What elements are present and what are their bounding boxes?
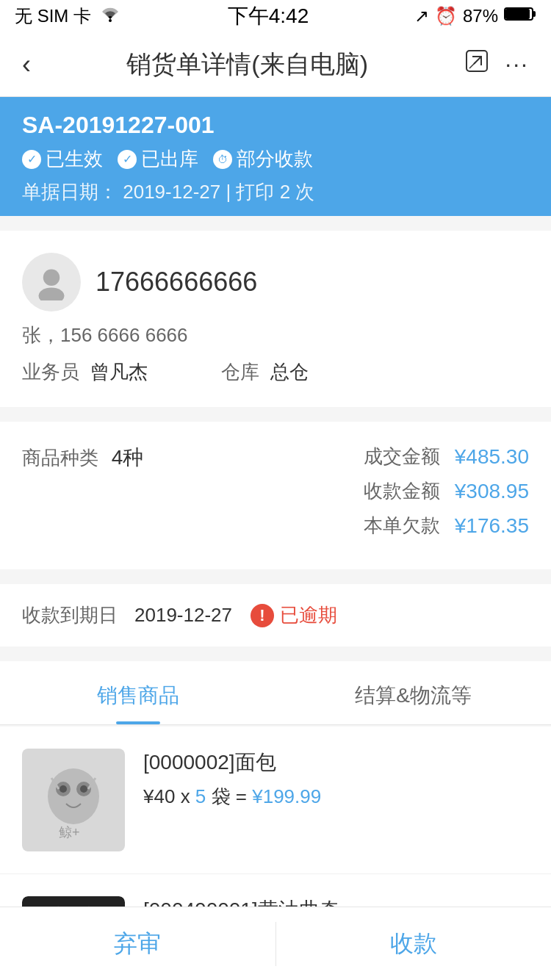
product-qty-1: 5 <box>195 785 206 807</box>
customer-name-phone: 张，156 6666 6666 <box>22 323 529 348</box>
confirm-button[interactable]: 收款 <box>276 907 552 980</box>
tab-products[interactable]: 销售商品 <box>0 661 276 724</box>
more-icon[interactable]: ··· <box>505 51 529 78</box>
received-label: 收款金额 <box>364 478 440 504</box>
product-item: 鲸+ [0000002]面包 ¥40 x 5 袋 = ¥199.99 <box>0 727 551 874</box>
arrears-row: 本单欠款 ¥176.35 <box>364 513 529 538</box>
svg-rect-2 <box>533 11 536 17</box>
bottom-bar: 弃审 收款 <box>0 907 551 980</box>
overdue-icon: ! <box>251 604 274 627</box>
tab-settlement[interactable]: 结算&物流等 <box>276 661 551 724</box>
warehouse-value: 总仓 <box>270 361 309 383</box>
customer-meta: 业务员 曾凡杰 仓库 总仓 <box>22 359 529 385</box>
share-icon[interactable] <box>464 48 490 81</box>
header-banner: SA-20191227-001 ✓ 已生效 ✓ 已出库 ⏱ 部分收款 单据日期：… <box>0 97 551 216</box>
order-id: SA-20191227-001 <box>22 112 529 139</box>
tabs-section: 销售商品 结算&物流等 <box>0 661 551 725</box>
svg-text:鲸+: 鲸+ <box>59 825 80 840</box>
due-date-section: 收款到期日 2019-12-27 ! 已逾期 <box>0 584 551 646</box>
product-info-1: [0000002]面包 ¥40 x 5 袋 = ¥199.99 <box>143 749 529 810</box>
amount-label: 成交金额 <box>364 444 440 469</box>
back-button[interactable]: ‹ <box>22 49 31 80</box>
nav-bar: ‹ 销货单详情(来自电脑) ··· <box>0 32 551 97</box>
status-bar: 无 SIM 卡 下午4:42 ↗ ⏰ 87% <box>0 0 551 32</box>
status-left: 无 SIM 卡 <box>15 4 122 28</box>
page-title: 销货单详情(来自电脑) <box>126 48 368 82</box>
check-icon-active: ✓ <box>22 150 41 169</box>
avatar <box>22 253 81 311</box>
alarm-icon: ⏰ <box>435 6 457 26</box>
svg-point-5 <box>43 270 60 287</box>
warehouse-label: 仓库 <box>221 361 259 383</box>
check-icon-shipped: ✓ <box>118 150 137 169</box>
overdue-badge: ! 已逾期 <box>251 602 337 628</box>
nav-actions: ··· <box>464 48 529 81</box>
warehouse-info: 仓库 总仓 <box>221 359 309 385</box>
product-type-label: 商品种类 <box>22 447 98 469</box>
status-tag-partial: ⏱ 部分收款 <box>213 146 313 172</box>
clock-icon: ⏱ <box>213 150 232 169</box>
salesman-info: 业务员 曾凡杰 <box>22 359 148 385</box>
received-value: ¥308.95 <box>455 480 529 503</box>
svg-point-6 <box>39 288 65 301</box>
summary-right: 成交金额 ¥485.30 收款金额 ¥308.95 本单欠款 ¥176.35 <box>364 444 529 547</box>
product-total-1: ¥199.99 <box>252 785 321 807</box>
customer-section: 17666666666 张，156 6666 6666 业务员 曾凡杰 仓库 总… <box>0 231 551 407</box>
product-name-1: [0000002]面包 <box>143 749 529 777</box>
arrears-value: ¥176.35 <box>455 514 529 538</box>
svg-rect-3 <box>505 9 530 19</box>
product-price-1: ¥40 x 5 袋 = ¥199.99 <box>143 784 529 810</box>
arrears-label: 本单欠款 <box>364 513 440 538</box>
cancel-button[interactable]: 弃审 <box>0 907 276 980</box>
overdue-text: 已逾期 <box>280 602 337 628</box>
no-sim-label: 无 SIM 卡 <box>15 4 91 28</box>
status-right: ↗ ⏰ 87% <box>414 6 536 26</box>
summary-section: 商品种类 4种 成交金额 ¥485.30 收款金额 ¥308.95 本单欠款 ¥… <box>0 422 551 569</box>
customer-phone: 17666666666 <box>96 267 257 298</box>
summary-left: 商品种类 4种 <box>22 444 143 472</box>
due-label: 收款到期日 <box>22 602 118 628</box>
header-date: 单据日期： 2019-12-27 | 打印 2 次 <box>22 179 529 205</box>
status-tag-shipped: ✓ 已出库 <box>118 146 198 172</box>
salesman-label: 业务员 <box>22 361 79 383</box>
product-type-value: 4种 <box>112 446 144 469</box>
amount-value: ¥485.30 <box>455 445 529 469</box>
svg-point-11 <box>60 785 67 793</box>
wifi-icon <box>98 6 122 26</box>
received-row: 收款金额 ¥308.95 <box>364 478 529 504</box>
svg-point-0 <box>109 19 112 22</box>
product-thumb-1: 鲸+ <box>22 749 125 851</box>
battery-icon <box>504 6 536 26</box>
status-tag-active: ✓ 已生效 <box>22 146 103 172</box>
tabs-row: 销售商品 结算&物流等 <box>0 661 551 724</box>
battery-level: 87% <box>463 6 498 26</box>
location-icon: ↗ <box>414 6 429 26</box>
svg-point-8 <box>48 768 99 824</box>
header-tags: ✓ 已生效 ✓ 已出库 ⏱ 部分收款 <box>22 146 529 172</box>
amount-row: 成交金额 ¥485.30 <box>364 444 529 469</box>
due-date-value: 2019-12-27 <box>134 604 232 627</box>
svg-point-12 <box>80 785 87 793</box>
customer-row: 17666666666 <box>22 253 529 311</box>
salesman-value: 曾凡杰 <box>90 361 148 383</box>
status-time: 下午4:42 <box>228 2 309 30</box>
